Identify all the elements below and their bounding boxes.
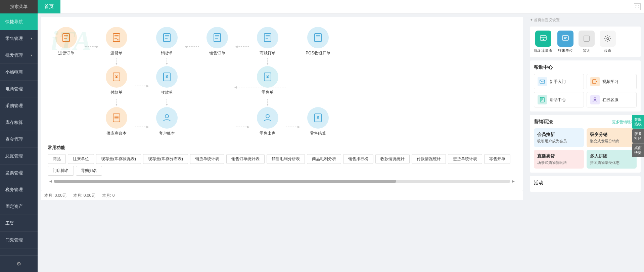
search-menu[interactable]: 搜索菜单 xyxy=(0,0,38,13)
scroll-right-arrow[interactable]: ▶ xyxy=(510,179,516,183)
node-purchase-order[interactable]: 进货订单 xyxy=(48,27,85,56)
quick-icon-cashflow[interactable]: 现金流量表 xyxy=(534,31,552,53)
help-item-beginner[interactable]: 新手入门 xyxy=(534,74,584,89)
customize-link[interactable]: ✦ 首页自定义设置 xyxy=(530,17,641,22)
flow-row-2: ▼ ¥ 付款单 xyxy=(48,58,516,95)
func-btn-9[interactable]: 收款情况统计 xyxy=(375,154,410,164)
partners-icon xyxy=(561,35,569,43)
sidebar-item-ecommerce[interactable]: 电商管理 xyxy=(0,81,38,97)
sidebar-item-label: 发票管理 xyxy=(5,170,23,176)
help-center-panel: 帮助中心 新手入门 xyxy=(530,60,641,111)
help-item-docs[interactable]: 帮助中心 xyxy=(534,92,584,107)
flow-row-1: 进货订单 ▶ xyxy=(48,27,516,56)
float-btn-service[interactable]: 客服热线 xyxy=(632,115,644,129)
node-pos[interactable]: POS收银开单 xyxy=(300,27,336,56)
node-payment[interactable]: ▼ ¥ 付款单 xyxy=(98,58,135,95)
sidebar-item-invoice[interactable]: 发票管理 xyxy=(0,165,38,181)
scroll-track[interactable] xyxy=(54,180,510,183)
func-btn-1[interactable]: 往来单位 xyxy=(68,154,94,164)
partners-icon-box xyxy=(557,31,573,47)
func-btn-5[interactable]: 销售订单统计表 xyxy=(226,154,265,164)
quick-icon-partners[interactable]: 往来单位 xyxy=(557,31,573,53)
sidebar-item-purchase[interactable]: 采购管理 xyxy=(0,97,38,114)
sidebar-settings-button[interactable]: ⚙ xyxy=(0,255,38,272)
sidebar-item-general-ledger[interactable]: 总账管理 xyxy=(0,148,38,165)
sidebar-item-retail[interactable]: 零售管理 ▾ xyxy=(0,30,38,47)
horizontal-scrollbar[interactable]: ◀ ▶ xyxy=(48,178,516,184)
receipt-icon: ¥ xyxy=(162,72,172,82)
main-layout: 快捷导航 零售管理 ▾ 批发管理 ▾ 小畅电商 电商管理 采购管理 库存核算 资… xyxy=(0,13,644,272)
cashflow-icon xyxy=(539,35,547,43)
sidebar-item-tax[interactable]: 税务管理 xyxy=(0,181,38,198)
sidebar-item-wholesale[interactable]: 批发管理 ▾ xyxy=(0,47,38,64)
help-item-support[interactable]: 在线客服 xyxy=(587,92,637,107)
func-btn-8[interactable]: 销售排行榜 xyxy=(343,154,373,164)
retail-icon: ¥ xyxy=(262,72,273,82)
svg-text:¥: ¥ xyxy=(166,74,168,79)
svg-rect-40 xyxy=(562,36,568,40)
common-funcs-title: 常用功能 xyxy=(48,145,516,151)
node-label: 零售结算 xyxy=(310,131,326,136)
node-customer-ledger[interactable]: ▼ 客户账本 xyxy=(148,99,185,136)
func-btn-12[interactable]: 零售开单 xyxy=(484,154,510,164)
scroll-left-arrow[interactable]: ◀ xyxy=(48,179,54,183)
placeholder-icon xyxy=(583,35,591,43)
quick-icon-none[interactable]: 暂无 xyxy=(579,31,595,53)
sidebar-item-quick-nav[interactable]: 快捷导航 xyxy=(0,13,38,30)
func-btn-3[interactable]: 现存量(库存分布表) xyxy=(143,154,188,164)
sidebar-item-payroll[interactable]: 工资 xyxy=(0,215,38,232)
node-supplier-ledger[interactable]: ▼ 供应商账本 xyxy=(98,99,135,136)
flow-diagram-card: iTA xyxy=(41,17,523,191)
svg-point-51 xyxy=(594,98,596,100)
func-btn-14[interactable]: 导购排名 xyxy=(76,166,102,176)
supplier-ledger-icon xyxy=(111,112,122,123)
float-btn-desktop[interactable]: 桌面快捷 xyxy=(632,143,644,157)
stat-1: 本月: 0.00元 xyxy=(73,193,95,198)
func-btn-0[interactable]: 商品 xyxy=(48,154,66,164)
func-btn-13[interactable]: 门店排名 xyxy=(48,166,74,176)
sidebar-item-fixed-assets[interactable]: 固定资产 xyxy=(0,198,38,215)
help-item-video[interactable]: 视频学习 xyxy=(587,74,637,89)
node-purchase[interactable]: 进货单 xyxy=(98,27,135,56)
func-btn-11[interactable]: 进货单统计表 xyxy=(448,154,482,164)
sales-order-icon xyxy=(212,32,223,43)
func-btn-10[interactable]: 付款情况统计 xyxy=(412,154,446,164)
sales-icon xyxy=(162,32,172,43)
document-icon xyxy=(540,97,545,102)
home-tab[interactable]: 首页 xyxy=(38,0,60,13)
sidebar-item-ecommerce-small[interactable]: 小畅电商 xyxy=(0,64,38,81)
sidebar-item-finance[interactable]: 资金管理 xyxy=(0,131,38,148)
func-btn-6[interactable]: 销售毛利分析表 xyxy=(267,154,305,164)
node-mall-order[interactable]: 商城订单 xyxy=(249,27,286,56)
float-btn-community[interactable]: 服务社区 xyxy=(632,129,644,143)
sidebar-item-label: 小畅电商 xyxy=(5,69,23,75)
node-retail-settle[interactable]: ¥ 零售结算 xyxy=(300,97,336,136)
svg-rect-45 xyxy=(540,80,545,83)
node-retail-out[interactable]: ▼ 零售出库 xyxy=(249,99,286,136)
marketing-header: 营销玩法 更多营销玩法 › xyxy=(534,119,637,125)
marketing-panel: 营销玩法 更多营销玩法 › 会员拉新 吸引用户成为会员 裂变分销 裂变式发展分销… xyxy=(530,115,641,173)
func-btn-7[interactable]: 商品毛利分析 xyxy=(307,154,341,164)
node-label: 收款单 xyxy=(161,90,173,95)
marketing-item-member[interactable]: 会员拉新 吸引用户成为会员 xyxy=(534,128,584,147)
settings-icon-box xyxy=(600,31,616,47)
sidebar-item-inventory[interactable]: 库存核算 xyxy=(0,114,38,131)
node-label: POS收银开单 xyxy=(306,50,330,56)
marketing-item-live[interactable]: 直播卖货 场景式购物新玩法 xyxy=(534,150,584,169)
arrow-connector-1: ▶ xyxy=(85,46,98,56)
sidebar-item-door[interactable]: 门鬼管理 xyxy=(0,232,38,248)
node-receipt[interactable]: ▼ ¥ 收款单 xyxy=(148,58,185,95)
purchase-order-icon xyxy=(61,32,72,43)
marketing-item-group[interactable]: 多人拼团 拼团购物享受优惠 xyxy=(587,150,637,169)
expand-icon[interactable]: ⛶ xyxy=(634,3,641,10)
svg-rect-16 xyxy=(264,34,271,42)
func-btn-2[interactable]: 现存量(库存状况表) xyxy=(96,154,141,164)
quick-access-panel: 现金流量表 往来单位 xyxy=(530,27,641,57)
quick-icon-settings[interactable]: 设置 xyxy=(600,31,616,53)
marketing-item-fission[interactable]: 裂变分销 裂变式发展分销商 xyxy=(587,128,637,147)
svg-point-39 xyxy=(543,39,544,40)
func-btn-4[interactable]: 销货单统计表 xyxy=(190,154,224,164)
node-sales[interactable]: 销货单 xyxy=(148,27,185,56)
node-sales-order[interactable]: 销售订单 xyxy=(199,27,236,56)
help-item-label: 视频学习 xyxy=(602,79,618,85)
